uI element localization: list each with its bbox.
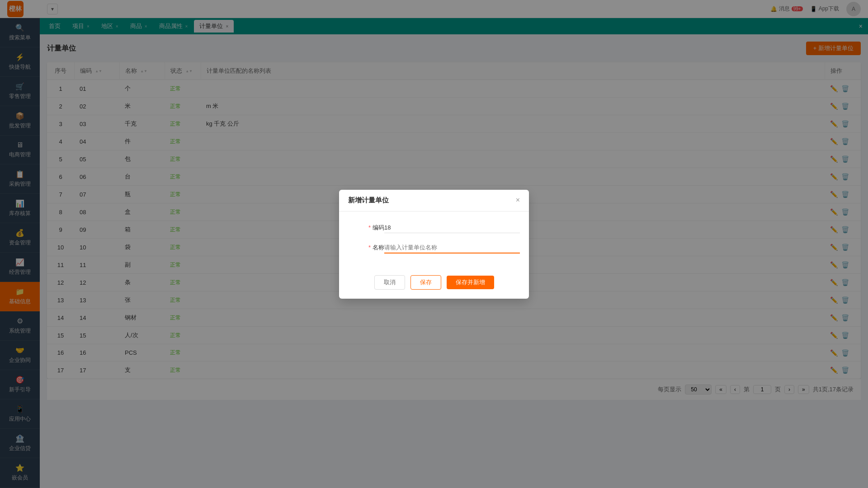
code-input[interactable] — [384, 222, 520, 233]
modal-overlay[interactable]: 新增计量单位 × *编码 *名称 取消 保存 保存并新增 — [0, 0, 868, 488]
modal-close-button[interactable]: × — [516, 197, 520, 204]
modal-footer: 取消 保存 保存并新增 — [339, 270, 529, 299]
name-input[interactable] — [384, 242, 520, 253]
modal-header: 新增计量单位 × — [339, 190, 529, 211]
save-button[interactable]: 保存 — [410, 275, 441, 290]
modal-title: 新增计量单位 — [348, 196, 389, 205]
save-and-new-button[interactable]: 保存并新增 — [447, 276, 494, 289]
add-unit-modal: 新增计量单位 × *编码 *名称 取消 保存 保存并新增 — [339, 190, 529, 299]
required-star-code: * — [368, 224, 371, 231]
form-item-name: *名称 — [348, 242, 520, 253]
cancel-button[interactable]: 取消 — [374, 275, 405, 290]
form-item-code: *编码 — [348, 222, 520, 233]
modal-body: *编码 *名称 — [339, 211, 529, 270]
form-label-code: *编码 — [348, 224, 384, 232]
required-star-name: * — [368, 244, 371, 251]
form-label-name: *名称 — [348, 244, 384, 252]
